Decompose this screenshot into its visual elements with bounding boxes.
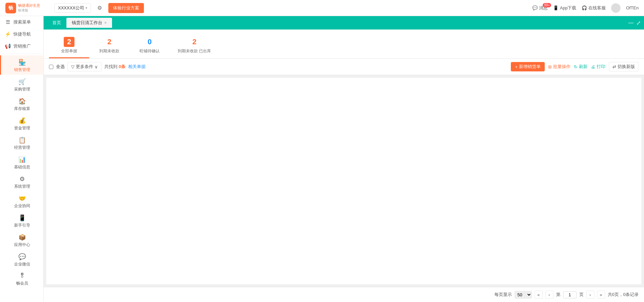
logo-area: 畅 畅捷通好生意 标准版: [5, 3, 49, 13]
company-selector[interactable]: XXXXXX公司 ▾: [54, 3, 91, 13]
stat-number-overdue-out: 2: [190, 37, 199, 47]
sidebar-item-marketing[interactable]: 📢 营销推广: [0, 40, 43, 52]
switch-icon: ⇄: [612, 64, 616, 69]
top-bar: 畅 畅捷通好生意 标准版 XXXXXX公司 ▾ ⚙ 体验行业方案 💬 消息 99…: [0, 0, 644, 16]
logo-sub: 标准版: [18, 8, 40, 13]
sidebar-item-wechat[interactable]: 💬 企业微信: [0, 250, 43, 269]
logo-icon: 畅: [5, 3, 16, 13]
operations-icon: 📋: [18, 136, 26, 144]
sidebar-item-basic[interactable]: 📊 基础信息: [0, 153, 43, 172]
purchase-icon: 🛒: [18, 78, 26, 85]
online-service-button[interactable]: 🎧 在线客服: [582, 5, 606, 11]
pagination: 每页显示 50 100 200 « ‹ 第 页 › » 共0页，0条记录: [44, 287, 644, 302]
tab-minimize-icon[interactable]: —: [628, 20, 634, 26]
member-icon: 🎖: [19, 273, 25, 280]
refresh-button[interactable]: ↻ 刷新: [574, 64, 588, 70]
page-input[interactable]: [563, 291, 577, 298]
stat-number-all: 2: [64, 37, 74, 47]
stat-label-pending: 旺铺待确认: [140, 48, 160, 54]
page-suffix: 页: [579, 292, 584, 298]
filter-icon: ▽: [71, 64, 74, 69]
first-page-button[interactable]: «: [535, 291, 543, 299]
settings-icon[interactable]: ⚙: [94, 3, 105, 13]
search-icon: ☰: [5, 19, 11, 25]
stat-label-all: 全部单据: [61, 48, 77, 54]
sidebar-item-operations[interactable]: 📋 经营管理: [0, 133, 43, 153]
total-records: 共0页，0条记录: [608, 292, 639, 298]
chevron-down-icon: ▾: [86, 6, 87, 10]
prev-page-button[interactable]: ‹: [545, 291, 553, 299]
tab-close-icon[interactable]: ×: [104, 20, 107, 25]
found-text: 共找到 0条: [104, 64, 125, 70]
message-icon: 💬: [532, 5, 538, 10]
print-button[interactable]: 🖨 打印: [591, 64, 605, 70]
stat-number-overdue: 2: [105, 37, 114, 47]
sales-icon: 🏪: [18, 59, 26, 66]
stat-card-overdue-out[interactable]: 2 到期未收款 已出库: [170, 34, 219, 58]
sidebar: ☰ 搜索菜单 ⚡ 快捷导航 📢 营销推广 🏪 销售管理 🛒 采购管理 🏠 库存核…: [0, 16, 44, 302]
select-all-label: 全选: [56, 64, 65, 70]
per-page-label: 每页显示: [494, 292, 512, 298]
layout: ☰ 搜索菜单 ⚡ 快捷导航 📢 营销推广 🏪 销售管理 🛒 采购管理 🏠 库存核…: [0, 16, 644, 302]
basic-icon: 📊: [18, 156, 26, 163]
sidebar-item-search[interactable]: ☰ 搜索菜单: [0, 16, 43, 28]
toolbar-right: + 新增销货单 ⊞ 批量操作 ↻ 刷新 🖨 打印: [511, 62, 639, 71]
stat-card-all[interactable]: 2 全部单据: [49, 34, 89, 58]
sidebar-item-sales[interactable]: 🏪 销售管理: [0, 55, 43, 75]
tab-bar: 首页 钱货日清工作台 × — ⤢: [44, 16, 644, 29]
avatar[interactable]: [611, 3, 621, 13]
app-download-button[interactable]: 📱 App下载: [553, 5, 576, 11]
sidebar-item-system[interactable]: ⚙ 系统管理: [0, 172, 43, 191]
sidebar-item-apps[interactable]: 📦 应用中心: [0, 230, 43, 250]
select-all-checkbox[interactable]: [49, 65, 53, 69]
message-button[interactable]: 💬 消息 99+: [532, 5, 548, 11]
add-sale-button[interactable]: + 新增销货单: [511, 62, 545, 71]
stat-label-overdue-out: 到期未收款 已出库: [178, 48, 211, 54]
sidebar-item-purchase[interactable]: 🛒 采购管理: [0, 75, 43, 94]
toolbar-left: 全选 ▽ 更多条件 ∨ 共找到 0条 相关单据: [49, 62, 507, 71]
sidebar-item-enterprise[interactable]: 🤝 企业协同: [0, 191, 43, 211]
filter-button[interactable]: ▽ 更多条件 ∨: [67, 62, 102, 71]
download-icon: 📱: [553, 5, 558, 10]
page-label: 第: [556, 292, 560, 298]
last-page-button[interactable]: »: [597, 291, 605, 299]
refresh-icon: ↻: [574, 64, 578, 69]
tab-right-controls: — ⤢: [628, 20, 641, 26]
stat-number-pending: 0: [145, 37, 154, 47]
logo-text: 畅捷通好生意: [18, 3, 40, 8]
switch-version-button[interactable]: ⇄ 切换新版: [609, 62, 639, 71]
next-page-button[interactable]: ›: [586, 291, 594, 299]
per-page-select[interactable]: 50 100 200: [515, 291, 532, 299]
top-right: 💬 消息 99+ 📱 App下载 🎧 在线客服 OfTEn: [532, 3, 639, 13]
stats-area: 2 全部单据 2 到期未收款 0 旺铺待确认: [44, 29, 644, 59]
page-content: 2 全部单据 2 到期未收款 0 旺铺待确认: [44, 29, 644, 302]
add-icon: +: [515, 64, 518, 69]
tab-maximize-icon[interactable]: ⤢: [636, 20, 641, 26]
stat-card-overdue[interactable]: 2 到期未收款: [89, 34, 129, 58]
tab-active[interactable]: 钱货日清工作台 ×: [66, 18, 112, 28]
stat-card-pending[interactable]: 0 旺铺待确认: [129, 34, 170, 58]
user-name[interactable]: OfTEn: [626, 5, 639, 10]
sidebar-item-finance[interactable]: 💰 资金管理: [0, 114, 43, 133]
sidebar-item-newbie[interactable]: 📱 新手引导: [0, 211, 43, 230]
wechat-icon: 💬: [18, 253, 26, 260]
quicknav-icon: ⚡: [5, 31, 11, 37]
apps-icon: 📦: [18, 234, 26, 241]
tab-home[interactable]: 首页: [47, 18, 66, 28]
finance-icon: 💰: [18, 117, 26, 124]
sidebar-item-member[interactable]: 🎖 畅会员: [0, 269, 43, 288]
enterprise-icon: 🤝: [18, 195, 26, 202]
stats-cards: 2 全部单据 2 到期未收款 0 旺铺待确认: [49, 34, 639, 58]
sidebar-item-inventory[interactable]: 🏠 库存核算: [0, 94, 43, 114]
inventory-icon: 🏠: [18, 98, 26, 105]
message-badge: 99+: [543, 3, 551, 7]
trial-button[interactable]: 体验行业方案: [108, 3, 144, 13]
related-link[interactable]: 相关单据: [128, 64, 146, 70]
batch-button[interactable]: ⊞ 批量操作: [548, 64, 571, 70]
main-content: 首页 钱货日清工作台 × — ⤢ 2 全部单据: [44, 16, 644, 302]
toolbar: 全选 ▽ 更多条件 ∨ 共找到 0条 相关单据 +: [44, 59, 644, 75]
sidebar-item-quicknav[interactable]: ⚡ 快捷导航: [0, 28, 43, 40]
system-icon: ⚙: [19, 175, 25, 183]
company-name: XXXXXX公司: [58, 5, 84, 11]
chevron-icon: ∨: [95, 64, 98, 69]
